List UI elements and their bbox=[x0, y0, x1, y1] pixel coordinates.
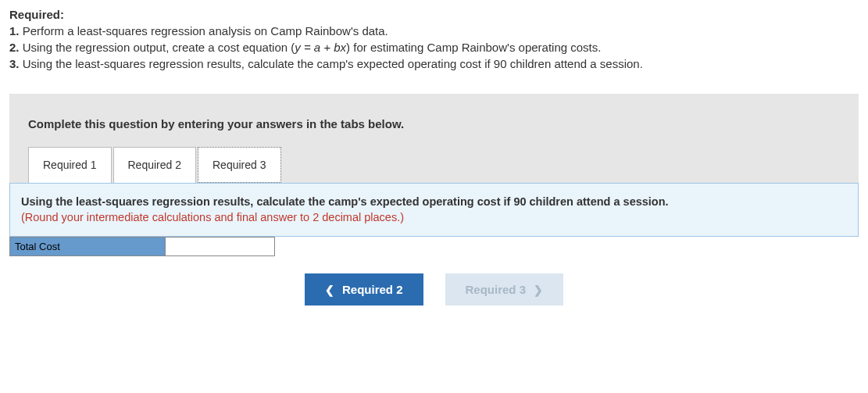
requirement-text-before: Using the regression output, create a co… bbox=[23, 41, 295, 54]
question-main: Using the least-squares regression resul… bbox=[21, 195, 669, 208]
requirements-list: 1. Perform a least-squares regression an… bbox=[9, 23, 859, 72]
requirement-formula: y = a + bx bbox=[295, 41, 346, 54]
chevron-left-icon: ❮ bbox=[325, 284, 334, 296]
tab-required-3[interactable]: Required 3 bbox=[198, 147, 281, 183]
prev-button-label: Required 2 bbox=[342, 283, 403, 296]
instruction-banner: Complete this question by entering your … bbox=[9, 94, 859, 148]
requirement-number: 1. bbox=[9, 24, 20, 38]
tab-required-2[interactable]: Required 2 bbox=[113, 147, 197, 183]
prev-required-button[interactable]: ❮ Required 2 bbox=[305, 273, 423, 305]
requirement-item: 3. Using the least-squares regression re… bbox=[9, 55, 859, 72]
chevron-right-icon: ❯ bbox=[534, 284, 543, 296]
requirement-text-after: ) for estimating Camp Rainbow's operatin… bbox=[346, 41, 601, 54]
requirement-number: 2. bbox=[9, 41, 20, 54]
requirement-item: 2. Using the regression output, create a… bbox=[9, 39, 859, 55]
instruction-text: Complete this question by entering your … bbox=[28, 117, 404, 130]
total-cost-input-cell bbox=[166, 237, 275, 256]
tabs-container: Required 1 Required 2 Required 3 bbox=[9, 147, 859, 183]
requirement-number: 3. bbox=[9, 57, 20, 70]
next-required-button: Required 3 ❯ bbox=[445, 273, 564, 305]
next-button-label: Required 3 bbox=[466, 283, 527, 296]
required-heading: Required: bbox=[9, 8, 859, 21]
requirement-text: Using the least-squares regression resul… bbox=[23, 57, 643, 70]
question-hint: (Round your intermediate calculations an… bbox=[21, 211, 404, 223]
tab-content: Using the least-squares regression resul… bbox=[9, 183, 859, 237]
tab-required-1[interactable]: Required 1 bbox=[28, 147, 112, 183]
total-cost-label: Total Cost bbox=[9, 237, 166, 256]
total-cost-input[interactable] bbox=[166, 238, 274, 255]
answer-row: Total Cost bbox=[9, 237, 859, 256]
requirement-item: 1. Perform a least-squares regression an… bbox=[9, 23, 859, 39]
nav-buttons: ❮ Required 2 Required 3 ❯ bbox=[9, 273, 859, 305]
requirement-text: Perform a least-squares regression analy… bbox=[23, 24, 388, 38]
question-text: Using the least-squares regression resul… bbox=[21, 195, 847, 225]
